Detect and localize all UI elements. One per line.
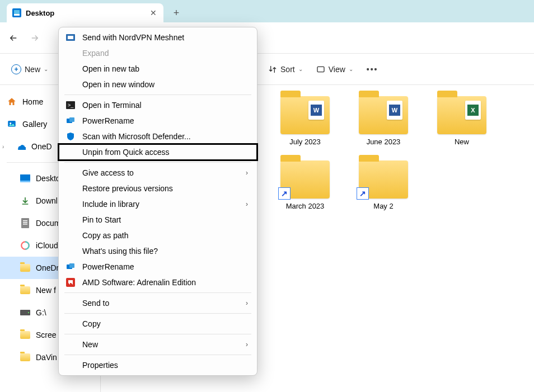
sort-button[interactable]: Sort ⌄ <box>268 65 303 74</box>
menu-separator <box>64 355 251 355</box>
folder-item[interactable]: XNew <box>431 96 493 147</box>
desktop-icon <box>20 173 30 183</box>
sidebar-item-label: Gallery <box>22 120 47 129</box>
folder-icon: X <box>437 96 486 134</box>
folder-icon: W <box>280 96 330 134</box>
menu-item-label: PowerRename <box>82 116 134 125</box>
folder-icon <box>20 285 30 295</box>
plus-icon: + <box>11 64 21 74</box>
folder-label: March 2023 <box>286 202 325 211</box>
folder-item[interactable]: WJuly 2023 <box>274 96 336 147</box>
sidebar-item-label: Scree <box>36 330 57 339</box>
menu-item-label: Open in new tab <box>82 64 139 73</box>
chevron-right-icon: › <box>246 341 248 348</box>
menu-item-label: Open in new window <box>82 80 154 89</box>
document-icon <box>20 218 30 228</box>
svg-rect-7 <box>21 218 29 228</box>
powerrename-icon <box>65 262 76 272</box>
defender-icon <box>65 131 76 141</box>
folder-icon: W <box>359 96 408 134</box>
chevron-down-icon: ⌄ <box>298 66 303 72</box>
menu-item[interactable]: Pin to Start <box>59 212 257 228</box>
folder-label: July 2023 <box>289 138 321 147</box>
menu-item[interactable]: Copy as path <box>59 228 257 243</box>
sidebar-item-label: Downl <box>36 196 58 205</box>
folder-item[interactable]: ↗May 2 <box>353 160 414 226</box>
menu-item-label: AMD Software: Adrenalin Edition <box>82 278 196 287</box>
back-button[interactable] <box>8 33 19 43</box>
folder-icon <box>20 352 30 362</box>
menu-item-label: New <box>82 340 98 349</box>
menu-item-label: Expand <box>82 49 109 58</box>
menu-item[interactable]: PowerRename <box>59 259 257 275</box>
close-icon[interactable]: ✕ <box>149 8 158 17</box>
menu-item-label: Open in Terminal <box>82 101 142 110</box>
svg-rect-10 <box>23 224 27 225</box>
sidebar-item-label: New f <box>36 286 56 295</box>
folder-icon: ↗ <box>359 160 408 199</box>
new-button[interactable]: + New ⌄ <box>11 64 48 74</box>
menu-item: Expand <box>59 45 257 61</box>
onedrive-icon <box>16 141 26 152</box>
menu-item[interactable]: PowerRename <box>59 113 257 129</box>
menu-item[interactable]: Restore previous versions <box>59 181 257 196</box>
new-tab-button[interactable]: + <box>167 3 186 22</box>
menu-item[interactable]: New› <box>59 337 257 352</box>
menu-item-label: Send to <box>82 299 109 308</box>
menu-separator <box>64 313 251 314</box>
menu-item[interactable]: Send with NordVPN Meshnet <box>59 30 257 45</box>
menu-item-label: Include in library <box>82 200 139 209</box>
menu-item[interactable]: Send to› <box>59 295 257 311</box>
menu-item[interactable]: Open in new tab <box>59 61 257 77</box>
menu-item[interactable]: Scan with Microsoft Defender... <box>59 129 257 144</box>
menu-item-label: Restore previous versions <box>82 184 173 193</box>
sidebar-item-label: Docum <box>36 219 60 228</box>
more-button[interactable]: ••• <box>367 65 378 74</box>
menu-item[interactable]: What's using this file? <box>59 243 257 259</box>
menu-item[interactable]: Include in library› <box>59 196 257 212</box>
menu-item[interactable]: Unpin from Quick access <box>59 144 257 160</box>
terminal-icon: >_ <box>65 100 76 110</box>
menu-item[interactable]: Open in new window <box>59 77 257 92</box>
chevron-right-icon: › <box>2 144 8 150</box>
folder-item[interactable]: WJune 2023 <box>353 96 414 147</box>
menu-item[interactable]: Give access to› <box>59 165 257 181</box>
powerrename-icon <box>65 116 76 126</box>
sort-icon <box>268 65 277 74</box>
svg-point-14 <box>28 312 29 313</box>
folder-icon: ↗ <box>280 160 330 199</box>
folder-item[interactable]: ↗March 2023 <box>274 160 336 226</box>
menu-separator <box>64 292 251 293</box>
menu-item-label: Pin to Start <box>82 215 121 224</box>
svg-rect-25 <box>68 36 73 39</box>
menu-item[interactable]: AMD Software: Adrenalin Edition <box>59 275 257 290</box>
menu-item-label: What's using this file? <box>82 247 158 256</box>
menu-separator <box>64 334 251 334</box>
sidebar-item-label: G:\ <box>36 308 46 317</box>
view-label: View <box>329 65 345 74</box>
view-button[interactable]: View ⌄ <box>316 65 353 74</box>
context-menu: Send with NordVPN MeshnetExpandOpen in n… <box>58 27 257 376</box>
sort-label: Sort <box>280 65 295 74</box>
forward-button[interactable] <box>29 33 40 43</box>
icloud-icon <box>20 240 30 251</box>
menu-item-label: Scan with Microsoft Defender... <box>82 132 191 141</box>
sidebar-item-label: DaVin <box>36 353 57 362</box>
view-icon <box>316 65 325 74</box>
svg-rect-6 <box>20 181 30 182</box>
menu-item[interactable]: >_Open in Terminal <box>59 97 257 113</box>
menu-item[interactable]: Copy <box>59 316 257 332</box>
home-icon <box>7 97 17 107</box>
tabs-bar: Desktop ✕ + <box>0 0 534 22</box>
menu-separator <box>64 162 251 163</box>
tab-desktop[interactable]: Desktop ✕ <box>7 3 163 22</box>
menu-item[interactable]: Properties <box>59 357 257 373</box>
menu-item-label: Send with NordVPN Meshnet <box>82 33 184 42</box>
drive-icon <box>20 308 30 318</box>
sidebar-item-label: iCloud <box>36 241 58 250</box>
folder-icon <box>20 330 30 340</box>
svg-rect-1 <box>14 14 20 16</box>
folder-icon <box>20 263 30 273</box>
shortcut-arrow-icon: ↗ <box>357 187 369 200</box>
menu-item-label: Properties <box>82 361 118 370</box>
